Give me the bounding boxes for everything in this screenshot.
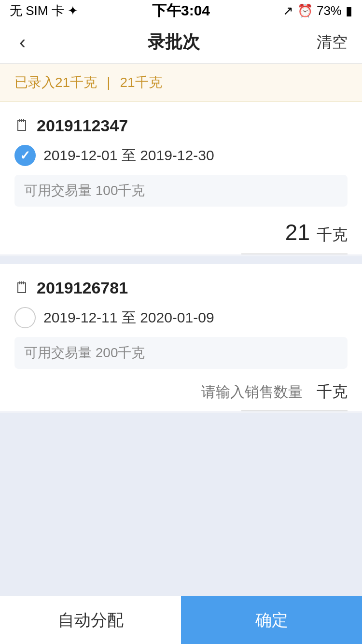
status-left: 无 SIM 卡 ✦ [10, 2, 78, 19]
batch-date-1: 2019-12-01 至 2019-12-30 [43, 146, 214, 166]
page-title: 录批次 [148, 30, 200, 54]
input-row-2[interactable]: 千克 [0, 374, 362, 410]
amount-unit-1: 千克 [317, 224, 348, 246]
available-text-1: 可用交易量 100千克 [24, 183, 145, 198]
summary-divider: | [107, 75, 110, 90]
bottom-bar: 自动分配 确定 [0, 596, 362, 644]
available-text-2: 可用交易量 200千克 [24, 345, 145, 360]
location-icon: ↗ [283, 3, 293, 18]
battery-level: 73% [317, 3, 342, 18]
batch-checkbox-1[interactable] [14, 145, 36, 166]
available-row-2: 可用交易量 200千克 [14, 337, 348, 369]
batch-row-2[interactable]: 2019-12-11 至 2020-01-09 [0, 302, 362, 333]
empty-area [0, 413, 362, 621]
back-button[interactable]: ‹ [14, 27, 30, 58]
alarm-icon: ⏰ [297, 3, 313, 18]
clear-button[interactable]: 清空 [317, 32, 348, 53]
status-bar: 无 SIM 卡 ✦ 下午3:04 ↗ ⏰ 73% ▮ [0, 0, 362, 21]
quantity-input-2[interactable] [14, 384, 310, 400]
batch-row-1[interactable]: 2019-12-01 至 2019-12-30 [0, 140, 362, 171]
sim-status: 无 SIM 卡 ✦ [10, 2, 78, 19]
status-time: 下午3:04 [152, 1, 210, 21]
status-right: ↗ ⏰ 73% ▮ [283, 3, 352, 18]
batch-card-2: 🗒 2019126781 2019-12-11 至 2020-01-09 可用交… [0, 264, 362, 411]
confirm-button[interactable]: 确定 [181, 596, 362, 644]
battery-icon: ▮ [346, 3, 352, 18]
summary-bar: 已录入21千克 | 21千克 [0, 64, 362, 102]
batch-header-1: 🗒 2019112347 [0, 102, 362, 140]
amount-separator-1 [241, 253, 348, 254]
card-separator [0, 256, 362, 264]
input-separator-2 [241, 410, 348, 411]
batch-doc-icon-2: 🗒 [14, 279, 30, 297]
total-amount: 21千克 [120, 73, 162, 92]
batch-header-2: 🗒 2019126781 [0, 264, 362, 302]
batch-card-1: 🗒 2019112347 2019-12-01 至 2019-12-30 可用交… [0, 102, 362, 254]
batch-checkbox-2[interactable] [14, 307, 36, 328]
auto-distribute-button[interactable]: 自动分配 [0, 596, 181, 644]
available-row-1: 可用交易量 100千克 [14, 175, 348, 207]
batch-date-2: 2019-12-11 至 2020-01-09 [43, 308, 214, 328]
batch-id-1: 2019112347 [37, 116, 128, 135]
amount-value-1: 21 [285, 219, 310, 245]
batch-id-2: 2019126781 [37, 279, 128, 297]
batch-doc-icon-1: 🗒 [14, 117, 30, 135]
nav-bar: ‹ 录批次 清空 [0, 21, 362, 64]
recorded-amount: 已录入21千克 [14, 73, 97, 92]
amount-row-1: 21 千克 [0, 211, 362, 253]
input-unit-2: 千克 [317, 381, 348, 403]
